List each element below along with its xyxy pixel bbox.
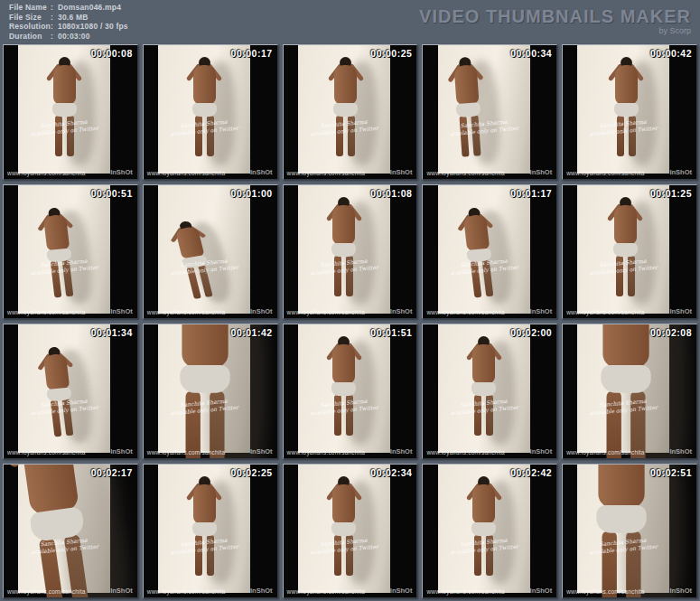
figure-torso <box>332 205 355 245</box>
video-frame: Sanchita Sharmaavailable only on Twitter <box>298 45 390 174</box>
figure-position <box>183 197 225 307</box>
inshot-watermark: InShOt <box>110 447 133 455</box>
video-frame: Sanchita Sharmaavailable only on Twitter <box>18 324 110 453</box>
figure-position <box>463 476 505 587</box>
thumbnail-grid: Sanchita Sharmaavailable only on Twitter… <box>0 42 700 601</box>
inshot-watermark: InShOt <box>250 307 273 315</box>
figure-torso <box>43 214 70 252</box>
video-thumbnail: Sanchita Sharmaavailable only on Twitter… <box>143 464 278 599</box>
figure-position <box>451 57 492 167</box>
timestamp-overlay: 00:01:17 <box>510 188 552 199</box>
person-silhouette <box>453 206 506 309</box>
video-thumbnail: Sanchita Sharmaavailable only on Twitter… <box>3 324 138 459</box>
figure-position <box>605 57 647 167</box>
figure-position <box>43 476 85 587</box>
video-frame: Sanchita Sharmaavailable only on Twitter <box>577 324 669 453</box>
person-silhouette <box>325 57 367 167</box>
video-thumbnail: Sanchita Sharmaavailable only on Twitter… <box>422 324 557 459</box>
timestamp-overlay: 00:02:51 <box>650 467 692 478</box>
person-silhouette <box>604 197 646 307</box>
timestamp-overlay: 00:00:34 <box>510 48 552 59</box>
colon-separator: : <box>51 3 58 13</box>
timestamp-overlay: 00:01:51 <box>370 327 412 338</box>
figure-briefs <box>331 522 356 536</box>
figure-position <box>604 197 646 307</box>
resolution-label: Resolution <box>9 22 51 32</box>
app-title: VIDEO THUMBNAILS MAKER <box>419 6 691 27</box>
figure-position <box>183 336 225 446</box>
person-silhouette <box>33 345 86 448</box>
figure-briefs <box>613 243 638 257</box>
video-frame: Sanchita Sharmaavailable only on Twitter <box>438 324 530 453</box>
filename-label: File Name <box>9 3 51 13</box>
figure-torso <box>598 464 644 509</box>
video-thumbnail: Sanchita Sharmaavailable only on Twitter… <box>143 324 278 459</box>
app-subtitle: by Scorp <box>419 26 691 35</box>
site-watermark: www.loyalfans.com/sanchita <box>7 170 86 176</box>
figure-torso <box>332 344 355 384</box>
figure-briefs <box>333 103 358 117</box>
filename-value: Domsan046.mp4 <box>58 3 121 13</box>
person-silhouette <box>463 476 505 587</box>
timestamp-overlay: 00:02:08 <box>650 327 692 338</box>
inshot-watermark: InShOt <box>110 307 133 315</box>
inshot-watermark: InShOt <box>390 587 413 595</box>
timestamp-overlay: 00:01:08 <box>370 188 412 199</box>
video-frame: Sanchita Sharmaavailable only on Twitter <box>577 45 669 174</box>
timestamp-overlay: 00:01:34 <box>91 327 133 338</box>
figure-position <box>43 197 85 307</box>
video-thumbnail: Sanchita Sharmaavailable only on Twitter… <box>283 324 418 459</box>
figure-torso <box>332 484 355 524</box>
site-watermark: www.loyalfans.com/sanchita <box>287 449 366 455</box>
person-silhouette <box>162 324 247 459</box>
timestamp-overlay: 00:01:00 <box>231 188 273 199</box>
video-thumbnail: Sanchita Sharmaavailable only on Twitter… <box>422 464 557 599</box>
site-watermark: www.loyalfans.com/sanchita <box>426 170 505 176</box>
inshot-watermark: InShOt <box>669 307 692 315</box>
figure-position <box>323 197 365 307</box>
figure-position <box>183 57 225 167</box>
video-frame: Sanchita Sharmaavailable only on Twitter <box>438 185 530 314</box>
video-thumbnail: Sanchita Sharmaavailable only on Twitter… <box>422 184 557 320</box>
video-thumbnail: Sanchita Sharmaavailable only on Twitter… <box>283 184 418 320</box>
inshot-watermark: InShOt <box>530 168 553 176</box>
video-thumbnail: Sanchita Sharmaavailable only on Twitter… <box>143 184 278 320</box>
figure-position <box>323 336 365 446</box>
inshot-watermark: InShOt <box>669 168 692 176</box>
site-watermark: www.loyalfans.com/sanchita <box>147 449 226 455</box>
video-thumbnail: Sanchita Sharmaavailable only on Twitter… <box>562 324 697 459</box>
figure-briefs <box>471 522 496 536</box>
video-thumbnail: Sanchita Sharmaavailable only on Twitter… <box>422 44 557 180</box>
resolution-value: 1080x1080 / 30 fps <box>58 22 128 32</box>
video-thumbnail: Sanchita Sharmaavailable only on Twitter… <box>562 464 697 599</box>
video-frame: Sanchita Sharmaavailable only on Twitter <box>577 185 669 314</box>
colon-separator: : <box>51 13 58 23</box>
site-watermark: www.loyalfans.com/sanchita <box>566 449 645 455</box>
figure-briefs <box>614 103 639 117</box>
timestamp-overlay: 00:00:25 <box>370 48 412 59</box>
video-thumbnail: Sanchita Sharmaavailable only on Twitter… <box>3 44 138 180</box>
video-frame: Sanchita Sharmaavailable only on Twitter <box>18 185 110 314</box>
person-silhouette <box>578 464 663 599</box>
site-watermark: www.loyalfans.com/sanchita <box>147 309 226 315</box>
header-bar: File Name : Domsan046.mp4 File Size : 30… <box>0 0 700 42</box>
video-frame: Sanchita Sharmaavailable only on Twitter <box>438 465 530 593</box>
person-silhouette <box>463 336 505 446</box>
video-thumbnail: Sanchita Sharmaavailable only on Twitter… <box>143 44 278 180</box>
figure-briefs <box>596 505 646 533</box>
video-frame: Sanchita Sharmaavailable only on Twitter <box>18 45 110 174</box>
inshot-watermark: InShOt <box>110 168 133 176</box>
figure-briefs <box>471 382 496 396</box>
duration-label: Duration <box>9 32 51 42</box>
inshot-watermark: InShOt <box>530 307 553 315</box>
person-silhouette <box>323 336 365 446</box>
site-watermark: www.loyalfans.com/sanchita <box>7 449 86 455</box>
timestamp-overlay: 00:01:25 <box>650 188 692 199</box>
figure-torso <box>334 65 357 105</box>
video-thumbnail: Sanchita Sharmaavailable only on Twitter… <box>3 184 138 320</box>
site-watermark: www.loyalfans.com/sanchita <box>426 309 505 315</box>
site-watermark: www.loyalfans.com/sanchita <box>566 588 645 595</box>
inshot-watermark: InShOt <box>669 447 692 455</box>
figure-position <box>43 57 85 167</box>
figure-torso <box>453 65 479 107</box>
